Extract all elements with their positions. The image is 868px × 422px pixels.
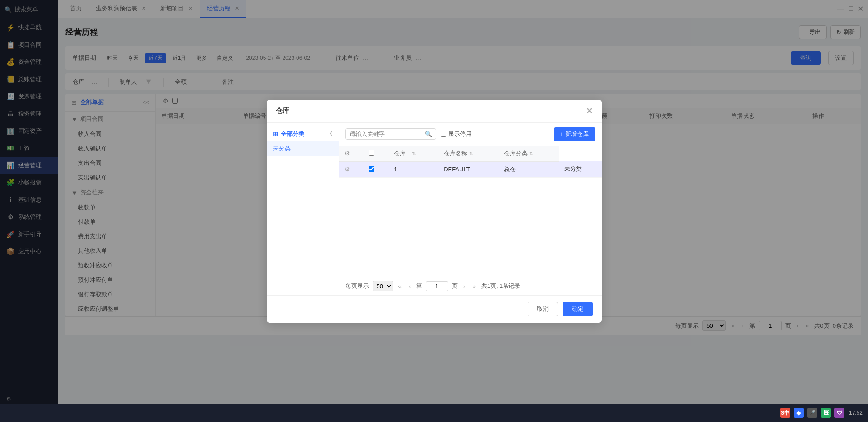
taskbar-icons: S中 ◆ 🎤 🖼 🛡 xyxy=(780,408,844,418)
dialog-sidebar: ⊞ 全部分类 《 未分类 xyxy=(267,123,339,295)
search-icon: 🔍 xyxy=(425,131,432,137)
dialog-select-all[interactable] xyxy=(369,150,374,156)
dialog-first-btn[interactable]: « xyxy=(397,282,403,291)
dialog-per-page-select[interactable]: 50 xyxy=(373,281,393,291)
dialog-table: ⚙仓库... ⇅仓库名称 ⇅仓库分类 ⇅ ⚙ 1 DEFAULT 总仓 未分类 xyxy=(339,146,602,178)
dialog-next-label: 页 xyxy=(452,282,458,290)
dialog-pagination: 每页显示 50 « ‹ 算 页 › » 共1页, 1条记录 xyxy=(339,277,602,295)
dialog-col-4: 仓库分类 ⇅ xyxy=(499,146,559,162)
cancel-button[interactable]: 取消 xyxy=(528,302,558,316)
dialog-col-2: 仓库... ⇅ xyxy=(388,146,438,162)
taskbar-icon-dot[interactable]: ◆ xyxy=(794,408,804,418)
dialog-page-label: 算 xyxy=(416,282,422,290)
dialog-body: ⊞ 全部分类 《 未分类 🔍 显示停用 xyxy=(267,123,602,295)
row-settings[interactable]: ⚙ xyxy=(339,161,364,177)
search-input[interactable] xyxy=(350,131,422,137)
dialog-header: 仓库 ✕ xyxy=(267,100,602,123)
dialog-sidebar-item-未分类[interactable]: 未分类 xyxy=(267,141,339,156)
taskbar-time: 17:52 xyxy=(849,410,863,416)
taskbar-icon-mic[interactable]: 🎤 xyxy=(807,408,817,418)
row-checkbox[interactable] xyxy=(363,161,388,177)
taskbar-icon-img[interactable]: 🖼 xyxy=(821,408,831,418)
dialog-page-input[interactable] xyxy=(426,281,448,291)
row-index: 1 xyxy=(388,161,438,177)
dialog-col-1 xyxy=(363,146,388,162)
row-name: 总仓 xyxy=(499,161,559,177)
dialog-col-0: ⚙ xyxy=(339,146,364,162)
dialog-table-row[interactable]: ⚙ 1 DEFAULT 总仓 未分类 xyxy=(339,161,602,177)
dialog-prev-btn[interactable]: ‹ xyxy=(407,282,412,291)
row-code: DEFAULT xyxy=(438,161,499,177)
sidebar-collapse-icon[interactable]: 《 xyxy=(327,130,332,138)
dialog-actions: 取消 确定 xyxy=(267,295,602,323)
dialog-close-button[interactable]: ✕ xyxy=(586,106,593,116)
dialog-last-btn[interactable]: » xyxy=(470,282,477,291)
show-disabled-label[interactable]: 显示停用 xyxy=(441,130,472,138)
dialog-table-wrapper: ⚙仓库... ⇅仓库名称 ⇅仓库分类 ⇅ ⚙ 1 DEFAULT 总仓 未分类 xyxy=(339,146,602,277)
dialog-col-3: 仓库名称 ⇅ xyxy=(438,146,499,162)
warehouse-dialog: 仓库 ✕ ⊞ 全部分类 《 未分类 🔍 xyxy=(267,100,602,323)
dialog-title: 仓库 xyxy=(276,107,289,115)
dialog-total: 共1页, 1条记录 xyxy=(481,282,521,290)
dialog-next-btn[interactable]: › xyxy=(461,282,467,291)
taskbar-icon-shield[interactable]: 🛡 xyxy=(834,408,844,418)
dialog-per-page-label: 每页显示 xyxy=(345,282,369,290)
grid-icon: ⊞ xyxy=(273,131,278,137)
dialog-overlay[interactable]: 仓库 ✕ ⊞ 全部分类 《 未分类 🔍 xyxy=(0,0,868,422)
search-wrapper: 🔍 xyxy=(345,128,436,140)
dialog-settings-icon[interactable]: ⚙ xyxy=(345,150,350,157)
row-category: 未分类 xyxy=(559,161,602,177)
taskbar: S中 ◆ 🎤 🖼 🛡 17:52 xyxy=(0,404,868,422)
taskbar-icon-s[interactable]: S中 xyxy=(780,408,790,418)
confirm-button[interactable]: 确定 xyxy=(563,302,593,316)
show-disabled-checkbox[interactable] xyxy=(441,131,446,137)
add-warehouse-button[interactable]: + 新增仓库 xyxy=(554,127,595,141)
dialog-sidebar-header[interactable]: ⊞ 全部分类 《 xyxy=(267,127,339,141)
dialog-toolbar: 🔍 显示停用 + 新增仓库 xyxy=(339,123,602,146)
dialog-main: 🔍 显示停用 + 新增仓库 ⚙仓库... ⇅仓库名称 ⇅仓库分类 ⇅ xyxy=(339,123,602,295)
